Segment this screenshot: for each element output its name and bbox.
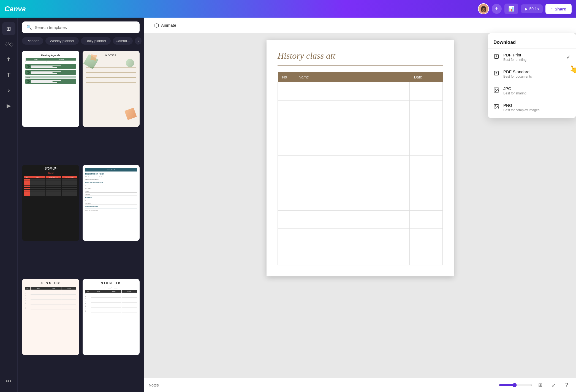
table-row xyxy=(278,210,443,229)
animate-toolbar: ⬡ Animate xyxy=(144,18,576,33)
sidebar-item-templates[interactable]: ⊞ xyxy=(2,22,15,35)
search-input[interactable] xyxy=(35,25,135,30)
topbar-right: 👩🏾 + 📊 ▶ 50.1s ↑ Share xyxy=(478,3,572,14)
table-row xyxy=(278,82,443,101)
upload-icon: ⬆ xyxy=(6,56,11,63)
list-item[interactable]: EDUCATION Registration Form Fill in the … xyxy=(83,165,140,241)
present-duration: 50.1s xyxy=(529,7,539,11)
search-icon: 🔍 xyxy=(26,25,32,30)
table-row xyxy=(278,174,443,192)
list-item[interactable]: Meeting Agenda DateSubject 01 xyxy=(22,51,79,127)
canvas-title: History class att xyxy=(278,51,443,61)
png-icon xyxy=(493,104,499,111)
animate-button[interactable]: ⬡ Animate xyxy=(151,20,180,30)
table-row xyxy=(278,137,443,156)
animate-icon: ⬡ xyxy=(154,22,159,29)
pdf-print-icon xyxy=(493,53,499,61)
fullscreen-icon: ⤢ xyxy=(551,382,556,388)
list-item[interactable]: SIGN UP Event: _____ Date: _____ NO. NAM… xyxy=(83,279,140,355)
tag-planner[interactable]: Planner xyxy=(22,37,43,45)
search-box[interactable]: 🔍 xyxy=(22,21,140,33)
jpg-icon xyxy=(493,87,499,95)
tag-calendar[interactable]: Calend... xyxy=(113,37,133,45)
zoom-slider[interactable] xyxy=(499,383,532,387)
list-item[interactable]: SIGN UP NO. NAME EMAIL PHONE 1 2 3 4 5 6… xyxy=(22,279,79,355)
share-icon: ↑ xyxy=(551,7,553,11)
pdf-standard-icon xyxy=(493,70,499,78)
download-option-jpg[interactable]: JPG Best for sharing xyxy=(488,82,576,99)
svg-point-9 xyxy=(495,89,496,89)
icon-sidebar: ⊞ ♡◇ ⬆ T ♪ ▶ ••• xyxy=(0,18,18,392)
svg-point-11 xyxy=(495,105,496,106)
analytics-button[interactable]: 📊 xyxy=(504,4,518,14)
table-header-name: Name xyxy=(294,72,410,82)
present-button[interactable]: ▶ 50.1s xyxy=(521,4,543,13)
download-option-png[interactable]: PNG Best for complex images xyxy=(488,99,576,116)
canvas-divider xyxy=(278,65,443,66)
sidebar-item-uploads[interactable]: ⬆ xyxy=(2,53,15,66)
canvas-content: History class att No Name Date xyxy=(267,40,454,276)
tag-more-button[interactable]: › xyxy=(135,37,142,45)
table-row xyxy=(278,247,443,265)
table-header-no: No xyxy=(278,72,294,82)
table-header-date: Date xyxy=(410,72,443,82)
download-option-pdf-print[interactable]: PDF Print Best for printing ✓ 👆 xyxy=(488,49,576,66)
png-text: PNG Best for complex images xyxy=(503,103,570,112)
pdf-standard-subtitle: Best for documents xyxy=(503,75,570,78)
user-avatar[interactable]: 👩🏾 xyxy=(478,3,489,14)
tag-daily-planner[interactable]: Daily planner xyxy=(81,37,111,45)
filter-tags: Planner Weekly planner Daily planner Cal… xyxy=(18,37,144,48)
jpg-subtitle: Best for sharing xyxy=(503,91,570,95)
dropdown-header: Download xyxy=(488,35,576,49)
list-item[interactable]: NOTES xyxy=(83,51,140,127)
pdf-standard-title: PDF Standard xyxy=(503,69,570,74)
topbar: Canva 👩🏾 + 📊 ▶ 50.1s ↑ Share xyxy=(0,0,576,18)
templates-panel: 🔍 Planner Weekly planner Daily planner C… xyxy=(18,18,144,392)
fit-page-button[interactable]: ⊞ xyxy=(535,380,545,390)
main-layout: ⊞ ♡◇ ⬆ T ♪ ▶ ••• 🔍 Planner We xyxy=(0,18,576,392)
sidebar-item-elements[interactable]: ♡◇ xyxy=(2,37,15,51)
table-row xyxy=(278,192,443,211)
search-container: 🔍 xyxy=(18,18,144,37)
pdf-print-check: ✓ xyxy=(566,54,570,60)
pdf-print-title: PDF Print xyxy=(503,53,563,57)
table-row xyxy=(278,119,443,137)
pdf-standard-text: PDF Standard Best for documents xyxy=(503,69,570,78)
list-item[interactable]: - SIGN-UP - Sheet NO. NAME EMAIL ADDRESS… xyxy=(22,165,79,241)
new-design-button[interactable]: + xyxy=(492,4,502,14)
fit-icon: ⊞ xyxy=(538,382,542,388)
sidebar-item-video[interactable]: ▶ xyxy=(2,99,15,112)
table-row xyxy=(278,229,443,247)
download-option-pdf-standard[interactable]: PDF Standard Best for documents xyxy=(488,66,576,82)
grid-icon: ⊞ xyxy=(6,25,11,32)
table-row xyxy=(278,156,443,174)
canvas-table: No Name Date xyxy=(278,72,443,265)
notes-label: Notes xyxy=(149,383,159,387)
png-title: PNG xyxy=(503,103,570,108)
shapes-icon: ♡◇ xyxy=(4,41,13,47)
table-row xyxy=(278,100,443,119)
jpg-title: JPG xyxy=(503,86,570,91)
sidebar-item-audio[interactable]: ♪ xyxy=(2,84,15,97)
canva-logo: Canva xyxy=(4,5,26,13)
sidebar-item-text[interactable]: T xyxy=(2,68,15,81)
fullscreen-button[interactable]: ⤢ xyxy=(548,380,558,390)
template-grid: Meeting Agenda DateSubject 01 xyxy=(18,48,144,392)
music-icon: ♪ xyxy=(7,87,10,94)
pdf-print-subtitle: Best for printing xyxy=(503,58,563,62)
bottom-toolbar: Notes ⊞ ⤢ ? xyxy=(144,378,576,392)
help-button[interactable]: ? xyxy=(562,380,572,390)
png-subtitle: Best for complex images xyxy=(503,108,570,112)
play-icon: ▶ xyxy=(525,7,528,11)
download-dropdown: Download PDF Print Best for printing ✓ 👆 xyxy=(488,33,576,118)
help-icon: ? xyxy=(565,382,568,388)
zoom-controls xyxy=(499,383,532,387)
tag-weekly-planner[interactable]: Weekly planner xyxy=(45,37,79,45)
share-button[interactable]: ↑ Share xyxy=(545,4,572,14)
canvas-area: ⬡ Animate History class att No Name Date xyxy=(144,18,576,392)
more-icon: ••• xyxy=(6,378,12,384)
jpg-text: JPG Best for sharing xyxy=(503,86,570,95)
play-icon: ▶ xyxy=(7,102,11,109)
pdf-print-text: PDF Print Best for printing xyxy=(503,53,563,62)
sidebar-more-button[interactable]: ••• xyxy=(2,374,15,388)
